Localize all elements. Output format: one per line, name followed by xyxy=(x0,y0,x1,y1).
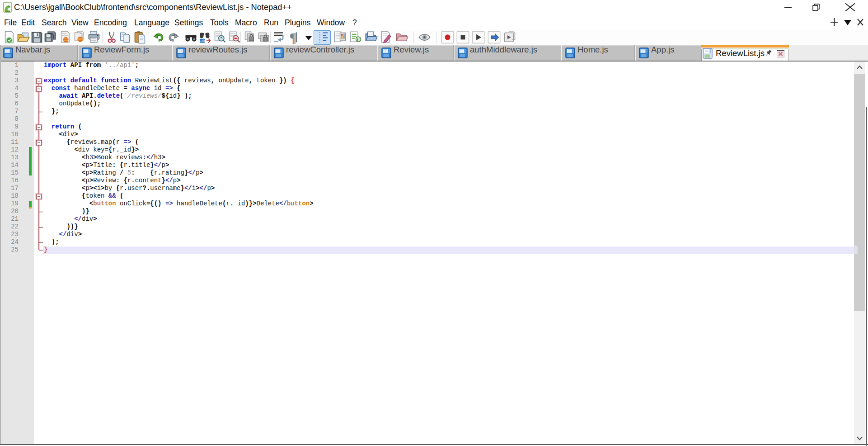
svg-text:f: f xyxy=(357,37,358,42)
svg-text:ab: ab xyxy=(201,38,205,43)
svg-text:¶: ¶ xyxy=(289,31,296,45)
